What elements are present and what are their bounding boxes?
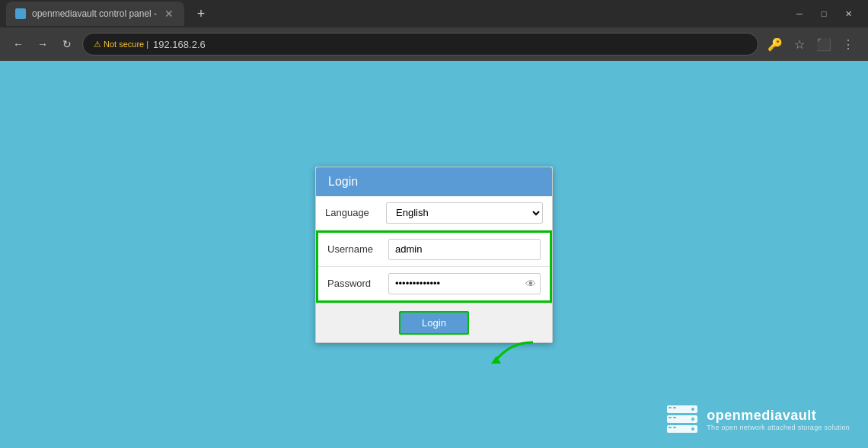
maximize-button[interactable]: □ <box>816 6 831 21</box>
password-row: Password 👁 <box>318 267 550 300</box>
login-title: Login <box>328 175 358 188</box>
bookmark-icon[interactable]: ☆ <box>789 33 810 55</box>
tab-close-button[interactable]: ✕ <box>163 8 175 20</box>
active-tab[interactable]: openmediavault control panel - ✕ <box>6 2 184 26</box>
password-label: Password <box>327 278 388 289</box>
svg-rect-6 <box>669 417 672 418</box>
login-header: Login <box>316 167 552 196</box>
address-bar: ← → ↻ ⚠ Not secure | 192.168.2.6 🔑 ☆ ⬛ ⋮ <box>0 27 868 61</box>
page-content: Login Language English Deutsch Français … <box>0 61 868 448</box>
username-input[interactable] <box>388 239 541 260</box>
tab-title: openmediavault control panel - <box>32 8 157 19</box>
reload-button[interactable]: ↻ <box>58 35 76 53</box>
svg-point-12 <box>691 427 694 431</box>
browser-chrome: openmediavault control panel - ✕ + ─ □ ✕… <box>0 0 868 61</box>
login-body: Language English Deutsch Français Españo… <box>316 196 552 303</box>
username-row: Username <box>318 233 550 267</box>
password-wrapper: 👁 <box>388 273 541 294</box>
extensions-icon[interactable]: ⬛ <box>813 33 834 55</box>
svg-point-4 <box>691 408 694 411</box>
warning-icon: ⚠ <box>94 40 101 49</box>
back-button[interactable]: ← <box>9 35 27 53</box>
toolbar-icons: 🔑 ☆ ⬛ ⋮ <box>764 33 859 55</box>
tab-bar: openmediavault control panel - ✕ + <box>6 0 212 27</box>
language-select[interactable]: English Deutsch Français Español <box>386 202 543 224</box>
menu-icon[interactable]: ⋮ <box>838 33 859 55</box>
svg-rect-11 <box>673 427 676 428</box>
new-tab-button[interactable]: + <box>190 3 212 24</box>
password-input[interactable] <box>388 273 541 294</box>
login-button[interactable]: Login <box>399 311 469 335</box>
svg-rect-3 <box>673 407 676 408</box>
omv-logo-text: openmediavault The open network attached… <box>707 408 850 431</box>
language-label: Language <box>325 207 386 218</box>
not-secure-label: Not secure <box>104 40 144 49</box>
separator: | <box>146 40 148 49</box>
omv-logo: openmediavault The open network attached… <box>665 402 850 436</box>
svg-point-8 <box>691 418 694 421</box>
title-bar: openmediavault control panel - ✕ + ─ □ ✕ <box>0 0 868 27</box>
arrow-annotation <box>480 335 541 375</box>
omv-logo-icon <box>665 402 699 436</box>
omv-tagline: The open network attached storage soluti… <box>707 424 850 431</box>
svg-rect-2 <box>669 407 672 408</box>
omv-brand-name: openmediavault <box>707 408 850 424</box>
username-label: Username <box>327 243 388 255</box>
url-display: 192.168.2.6 <box>153 39 206 50</box>
language-row: Language English Deutsch Français Españo… <box>316 196 552 230</box>
address-input[interactable]: ⚠ Not secure | 192.168.2.6 <box>82 33 758 56</box>
svg-rect-7 <box>673 417 676 418</box>
window-controls: ─ □ ✕ <box>792 6 862 21</box>
not-secure-indicator: ⚠ Not secure | <box>94 40 148 49</box>
key-icon[interactable]: 🔑 <box>764 33 786 55</box>
minimize-button[interactable]: ─ <box>792 6 807 21</box>
highlighted-credentials-section: Username Password 👁 <box>316 230 552 303</box>
close-button[interactable]: ✕ <box>841 6 856 21</box>
show-password-icon[interactable]: 👁 <box>525 278 536 290</box>
svg-rect-10 <box>669 427 672 428</box>
forward-button[interactable]: → <box>34 35 52 53</box>
login-card: Login Language English Deutsch Français … <box>315 167 553 343</box>
tab-favicon <box>15 8 26 19</box>
